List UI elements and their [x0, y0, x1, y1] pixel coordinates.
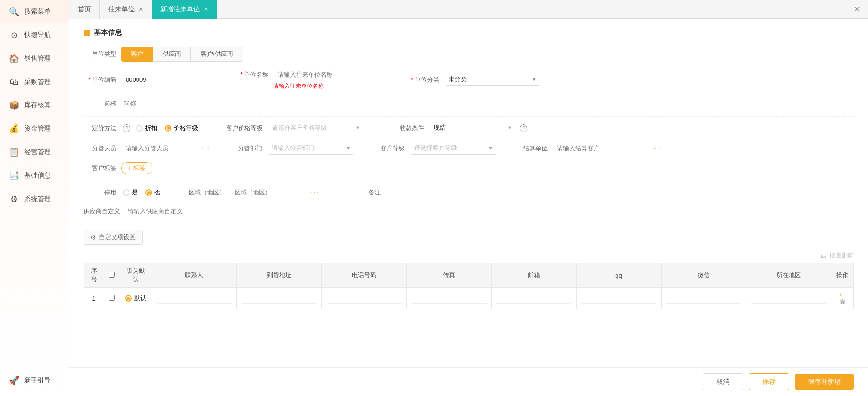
row-contact[interactable] — [152, 288, 236, 309]
save-new-button[interactable]: 保存并新增 — [795, 374, 854, 390]
delete-row-icon[interactable]: 🗑 — [839, 298, 845, 305]
address-input[interactable] — [242, 293, 317, 304]
row-phone[interactable] — [321, 288, 406, 309]
department-label: 分管部门 — [229, 144, 267, 153]
settlement-input[interactable] — [554, 143, 648, 154]
unit-name-input[interactable] — [275, 69, 378, 80]
default-label: 默认 — [134, 294, 146, 303]
custom-settings-button[interactable]: ⚙ 自定义项设置 — [84, 230, 143, 245]
customer-price-select[interactable]: 请选择客户价格等级 ▼ — [269, 122, 363, 134]
gear-icon: ⚙ — [91, 234, 96, 241]
col-fax: 传真 — [406, 263, 491, 288]
sidebar-item-inventory[interactable]: 📦 库存核算 — [0, 93, 69, 117]
sidebar-item-system[interactable]: ⚙ 系统管理 — [0, 187, 69, 211]
tab-home[interactable]: 首页 — [69, 0, 100, 19]
unit-type-label: 单位类型 — [84, 50, 121, 58]
manager-input[interactable] — [123, 143, 198, 154]
shortname-label: 简称 — [84, 99, 121, 108]
col-qq: qq — [576, 263, 661, 288]
supplier-custom-input[interactable] — [125, 206, 228, 217]
default-radio[interactable]: 默认 — [125, 294, 146, 303]
sidebar-label-finance: 资金管理 — [24, 124, 51, 133]
sidebar-label-basic: 基础信息 — [24, 171, 51, 180]
manager-more-icon[interactable]: ··· — [202, 144, 211, 153]
type-btn-both[interactable]: 客户/供应商 — [191, 47, 243, 62]
pricing-radio-discount[interactable]: 折扣 — [136, 124, 157, 132]
row-address[interactable] — [236, 288, 321, 309]
tab-new-contact-close[interactable]: ✕ — [204, 6, 208, 13]
row-checkbox[interactable] — [109, 295, 115, 301]
tabbar-close-all[interactable]: ✕ — [846, 4, 868, 15]
pricing-row: 定价方法 ? 折扣 价格等级 客户价格等级 请选择客户价格等级 — [84, 122, 854, 134]
disabled-no[interactable]: 否 — [145, 188, 160, 197]
row-check[interactable] — [104, 288, 120, 309]
phone-input[interactable] — [327, 293, 402, 304]
sidebar-label-system: 系统管理 — [24, 195, 51, 203]
fax-input[interactable] — [411, 293, 487, 304]
tab-home-label: 首页 — [78, 5, 91, 14]
sidebar-item-guide[interactable]: 🚀 新手引导 — [0, 369, 69, 392]
row-email[interactable] — [491, 288, 576, 309]
region-table-input[interactable] — [751, 293, 826, 304]
table-row: 1 默认 — [84, 288, 854, 309]
save-button[interactable]: 保存 — [749, 373, 789, 390]
tab-new-contact-label: 新增往来单位 — [160, 5, 200, 14]
pricing-help-icon[interactable]: ? — [123, 124, 130, 132]
guide-icon: 🚀 — [8, 375, 20, 386]
department-select[interactable]: 请输入分管部门 ▼ — [269, 142, 353, 155]
contacts-table: 序号 设为默认 联系人 到货地址 电话号码 传真 邮箱 qq 微信 所在地区 操… — [84, 263, 854, 309]
department-arrow: ▼ — [345, 145, 350, 151]
type-btn-supplier[interactable]: 供应商 — [153, 47, 191, 62]
tab-new-contact[interactable]: 新增往来单位 ✕ — [152, 0, 217, 19]
tabbar: 首页 往来单位 ✕ 新增往来单位 ✕ ✕ — [69, 0, 868, 19]
col-address: 到货地址 — [236, 263, 321, 288]
form-footer: 取消 保存 保存并新增 — [69, 367, 868, 396]
payment-select[interactable]: 现结 ▼ — [431, 122, 515, 134]
contact-input[interactable] — [157, 293, 232, 304]
pricing-radio-group: 折扣 价格等级 — [136, 124, 198, 132]
manager-label: 分管人员 — [84, 144, 121, 153]
unit-code-input[interactable] — [123, 74, 217, 85]
row-wechat[interactable] — [661, 288, 746, 309]
sidebar-item-search[interactable]: 🔍 搜索菜单 — [0, 0, 69, 23]
sidebar-item-sales[interactable]: 🏠 销售管理 — [0, 47, 69, 70]
region-input[interactable] — [232, 187, 307, 198]
sidebar-item-basic[interactable]: 📑 基础信息 — [0, 164, 69, 187]
email-input[interactable] — [496, 293, 571, 304]
sidebar-item-quicknav[interactable]: ⊙ 快捷导航 — [0, 23, 69, 47]
row-fax[interactable] — [406, 288, 491, 309]
customer-level-select[interactable]: 请选择客户等级 ▼ — [411, 142, 496, 155]
add-row-icon[interactable]: + — [838, 291, 842, 298]
cancel-button[interactable]: 取消 — [703, 373, 743, 390]
add-tag-button[interactable]: + 标签 — [121, 162, 152, 174]
pricing-radio-level[interactable]: 价格等级 — [165, 124, 198, 132]
row-default[interactable]: 默认 — [120, 288, 152, 309]
settlement-more-icon[interactable]: ··· — [652, 144, 661, 153]
disabled-yes[interactable]: 是 — [123, 188, 138, 197]
payment-help-icon[interactable]: ? — [520, 124, 527, 132]
tab-contacts[interactable]: 往来单位 ✕ — [100, 0, 152, 19]
select-all-checkbox[interactable] — [109, 272, 115, 278]
sidebar-item-purchase[interactable]: 🛍 采购管理 — [0, 70, 69, 93]
payment-arrow: ▼ — [507, 125, 512, 131]
unit-category-select[interactable]: 未分类 ▼ — [446, 73, 540, 86]
region-more-icon[interactable]: ··· — [311, 188, 320, 197]
row-region[interactable] — [746, 288, 831, 309]
row-qq[interactable] — [576, 288, 661, 309]
disabled-yes-label: 是 — [132, 188, 138, 197]
tab-contacts-close[interactable]: ✕ — [138, 6, 143, 13]
radio-circle-yes — [123, 189, 129, 196]
type-btn-customer[interactable]: 客户 — [121, 47, 153, 62]
settlement-label: 结算单位 — [515, 144, 552, 153]
shortname-row: 简称 — [84, 98, 854, 109]
note-input[interactable] — [387, 187, 528, 198]
qq-input[interactable] — [581, 293, 656, 304]
note-label: 备注 — [348, 188, 385, 197]
sidebar-item-ops[interactable]: 📋 经营管理 — [0, 140, 69, 164]
batch-delete-label[interactable]: 批量删除 — [830, 251, 854, 260]
sidebar-item-finance[interactable]: 💰 资金管理 — [0, 117, 69, 140]
shortname-input[interactable] — [121, 98, 224, 109]
unit-code-name-row: 单位编码 单位名称 请输入往来单位名称 单位分类 未分类 ▼ — [84, 69, 854, 90]
form-content: 基本信息 单位类型 客户 供应商 客户/供应商 单位编码 单位名称 请输入往来 — [69, 19, 868, 367]
wechat-input[interactable] — [666, 293, 741, 304]
